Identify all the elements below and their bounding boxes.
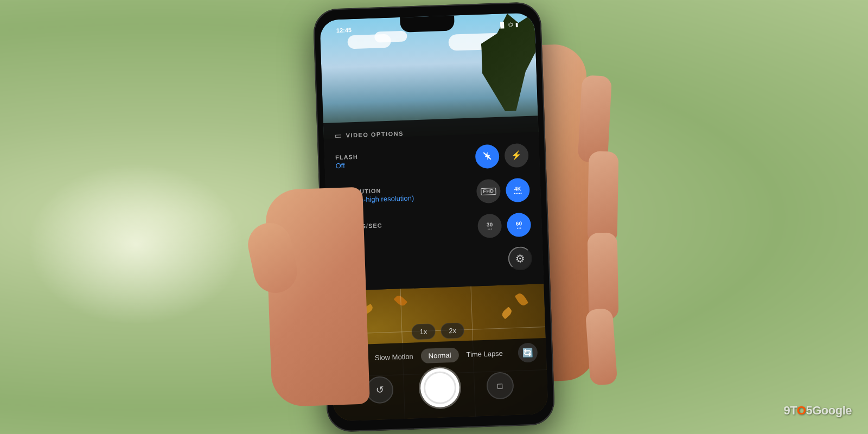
finger-4: [585, 308, 618, 386]
battery-icon: ▮: [515, 21, 518, 27]
watermark-accent: O: [797, 404, 806, 417]
flash-off-button[interactable]: [475, 144, 500, 169]
flash-on-button[interactable]: ⚡: [504, 143, 529, 168]
zoom-1x-label: 1x: [419, 328, 427, 336]
60fps-label: 60: [516, 221, 522, 228]
flash-value: Off: [335, 161, 358, 169]
flip-camera-button[interactable]: 🔄: [518, 343, 538, 363]
gear-icon: ⚙: [515, 252, 525, 265]
30fps-button[interactable]: 30: [477, 214, 502, 239]
gallery-thumbnail-button[interactable]: ◻: [486, 372, 514, 400]
zoom-2x-button[interactable]: 2x: [441, 322, 465, 339]
finger-1: [578, 75, 612, 163]
gallery-button[interactable]: ↺: [366, 376, 394, 404]
normal-label: Normal: [428, 351, 451, 360]
video-camera-icon: ▭: [334, 131, 342, 140]
hand-left: [265, 187, 370, 407]
zoom-row: 1x 2x: [411, 322, 464, 340]
finger-3: [588, 233, 619, 320]
flash-off-icon: [482, 151, 493, 162]
shutter-inner: [423, 371, 457, 405]
slow-motion-label: Slow Motion: [375, 352, 413, 361]
zoom-2x-label: 2x: [449, 327, 456, 335]
resolution-buttons: FHD 4K: [476, 178, 530, 203]
wifi-icon: ⌬: [508, 21, 513, 27]
60fps-button[interactable]: 60: [507, 213, 532, 238]
4k-button[interactable]: 4K: [506, 178, 531, 203]
watermark-suffix: 5Google: [806, 404, 852, 417]
frames-buttons: 30 60: [477, 213, 531, 238]
status-icons: ▐▌ ⌬ ▮: [498, 21, 519, 28]
30fps-label: 30: [487, 222, 493, 229]
phone-wrapper: 12:45 ▐▌ ⌬ ▮: [313, 2, 556, 432]
normal-mode-button[interactable]: Normal: [420, 348, 459, 363]
settings-button[interactable]: ⚙: [508, 246, 533, 271]
fhd-label: FHD: [481, 187, 496, 195]
video-options-title: VIDEO OPTIONS: [346, 130, 404, 139]
background-light: [27, 163, 244, 326]
flash-label-group: FLASH Off: [335, 153, 359, 169]
shutter-button[interactable]: [420, 368, 460, 408]
phone-notch: [400, 15, 455, 32]
flash-on-icon: ⚡: [511, 151, 522, 160]
flash-label: FLASH: [335, 153, 358, 160]
flip-camera-icon: 🔄: [522, 347, 534, 358]
time-lapse-label: Time Lapse: [466, 349, 503, 359]
thumbnail-icon: ◻: [497, 381, 504, 390]
slow-motion-mode-button[interactable]: Slow Motion: [367, 349, 421, 365]
zoom-1x-button[interactable]: 1x: [411, 323, 436, 340]
signal-icon: ▐▌: [498, 22, 506, 28]
watermark-prefix: 9T: [784, 404, 797, 417]
gallery-icon: ↺: [375, 384, 384, 396]
watermark: 9TO5Google: [784, 404, 852, 418]
fhd-button[interactable]: FHD: [476, 179, 501, 204]
flash-buttons: ⚡: [475, 143, 528, 169]
4k-label: 4K: [514, 186, 521, 194]
status-time: 12:45: [336, 27, 352, 34]
time-lapse-mode-button[interactable]: Time Lapse: [458, 346, 510, 362]
finger-2: [587, 151, 618, 244]
